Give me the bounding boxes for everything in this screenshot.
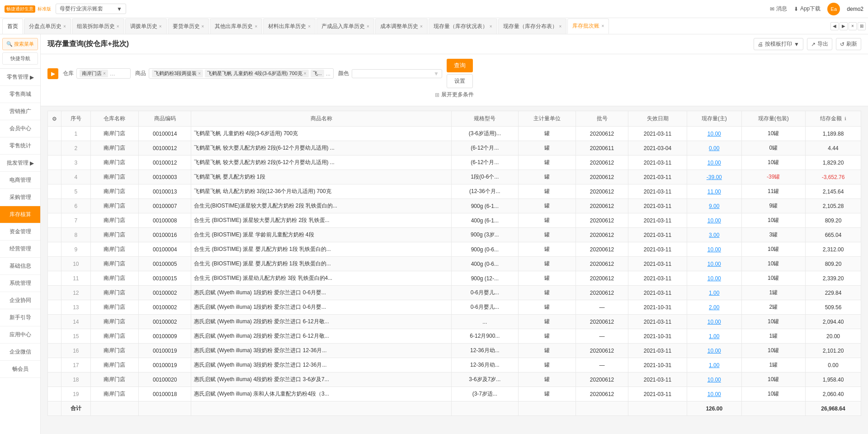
table-cell: (6-12个月... <box>452 156 518 170</box>
tab-scroll-right[interactable]: ▶ <box>840 22 848 30</box>
tab-chan-cheng[interactable]: 产成品入库单历史 × <box>316 19 374 34</box>
table-cell[interactable]: -39.00 <box>687 170 741 184</box>
table-cell[interactable]: 10.00 <box>687 213 741 228</box>
product-label: 商品 <box>135 70 146 77</box>
tab-xian-cun-fenbu[interactable]: 现存量（库存分布表） × <box>498 19 567 34</box>
table-cell[interactable]: 1.00 <box>687 358 741 373</box>
table-cell[interactable]: 10.00 <box>687 127 741 141</box>
tab-close-tiao-bo[interactable]: × <box>159 24 162 29</box>
filter-expand-arrow[interactable]: ▶ <box>47 68 58 79</box>
tab-qi-ta[interactable]: 其他出库单历史 × <box>210 19 262 34</box>
avatar[interactable]: Ea <box>827 3 840 15</box>
tab-scroll-left[interactable]: ◀ <box>830 22 839 30</box>
sidebar-item-system[interactable]: 系统管理 <box>0 275 40 292</box>
export-button[interactable]: ↗ 导出 <box>807 38 832 50</box>
tab-expand[interactable]: ⊞ <box>858 22 866 30</box>
warehouse-tag: 南岸门店 × <box>80 70 108 77</box>
sidebar-item-app-center[interactable]: 应用中心 <box>0 326 40 344</box>
table-cell[interactable]: 11.00 <box>687 184 741 199</box>
tab-home[interactable]: 首页 <box>2 19 23 34</box>
tab-close-chan-cheng[interactable]: × <box>367 24 369 29</box>
table-cell: 10罐 <box>741 242 806 257</box>
tab-tiao-bo[interactable]: 调拨单历史 × <box>125 19 167 34</box>
product-tag-1-close[interactable]: × <box>198 71 201 76</box>
refresh-button[interactable]: ↺ 刷新 <box>836 38 861 50</box>
sidebar-item-enterprise[interactable]: 企业协同 <box>0 292 40 309</box>
sidebar-item-zero-mall[interactable]: 零售商城 <box>0 86 40 103</box>
table-cell: 2,105.28 <box>806 199 861 213</box>
sidebar-item-basic[interactable]: 基础信息 <box>0 258 40 275</box>
tab-zu-chai[interactable]: 组装拆卸单历史 × <box>72 19 124 34</box>
sidebar-item-inventory[interactable]: 库存核算 <box>0 206 40 223</box>
table-cell: (12-36个月... <box>452 184 518 199</box>
table-cell: 2,060.40 <box>806 387 861 401</box>
table-cell[interactable]: 10.00 <box>687 387 741 401</box>
tab-yao-huo[interactable]: 要货单历史 × <box>168 19 209 34</box>
filter-expand-row[interactable]: ⊞ 展开更多条件 <box>47 88 861 101</box>
table-cell[interactable]: 10.00 <box>687 156 741 170</box>
tab-close-zu-chai[interactable]: × <box>117 24 119 29</box>
tab-close-all[interactable]: × <box>849 22 857 30</box>
table-cell: 11罐 <box>741 184 806 199</box>
table-cell[interactable]: 10.00 <box>687 315 741 329</box>
search-menu-button[interactable]: 🔍 搜索菜单 <box>2 38 38 50</box>
settings-button[interactable]: 设置 <box>447 74 473 88</box>
industry-select[interactable]: 母婴行业演示账套 ▼ <box>56 4 126 14</box>
sidebar-item-operations[interactable]: 经营管理 <box>0 241 40 258</box>
tab-cai-liao[interactable]: 材料出库单历史 × <box>263 19 316 34</box>
tab-close-xian-cun-kuzhuang[interactable]: × <box>490 24 492 29</box>
table-row: 14南岸门店00100002惠氏启赋 (Wyeth illuma) 2段奶粉 爱… <box>48 315 861 329</box>
app-download-button[interactable]: ⬇ App下载 <box>794 5 821 13</box>
print-button[interactable]: 🖨 按模板打印 ▼ <box>754 38 803 50</box>
tab-close-cai-liao[interactable]: × <box>308 24 311 29</box>
sidebar-item-purchase[interactable]: 采购管理 <box>0 189 40 206</box>
table-cell: 900g (0-6... <box>452 242 518 257</box>
table-cell[interactable]: 1.00 <box>687 286 741 300</box>
table-cell[interactable]: 10.00 <box>687 242 741 257</box>
color-input[interactable]: ▼ <box>352 69 442 78</box>
table-cell[interactable]: 3.00 <box>687 228 741 242</box>
tab-close-ku-cun-pici[interactable]: × <box>601 24 604 28</box>
table-cell[interactable]: 2.00 <box>687 300 741 315</box>
sidebar-item-wholesale[interactable]: 批发管理 ▶ <box>0 155 40 172</box>
col-settings[interactable]: ⚙ <box>48 111 61 127</box>
tab-fen-pan[interactable]: 分盘点单历史 × <box>24 19 71 34</box>
product-input[interactable]: 飞鹤奶粉3段两提装 × 飞鹤星飞帆 儿童奶粉 4段(3-6岁适用) 700克 ×… <box>149 68 334 79</box>
sidebar: 🔍 搜索菜单 快捷导航 零售管理 ▶ 零售商城 营销推广 会员中心 零售统计 批… <box>0 34 41 434</box>
tab-close-xian-cun-fenbu[interactable]: × <box>559 24 562 29</box>
tab-close-cheng-ben[interactable]: × <box>420 24 423 29</box>
sidebar-item-member-card[interactable]: 畅会员 <box>0 361 40 378</box>
table-cell[interactable]: 10.00 <box>687 344 741 358</box>
tab-close-fen-pan[interactable]: × <box>63 24 66 29</box>
table-cell[interactable]: 10.00 <box>687 257 741 271</box>
sidebar-item-ecommerce[interactable]: 电商管理 <box>0 172 40 189</box>
tab-close-yao-huo[interactable]: × <box>202 24 204 29</box>
sidebar-item-zero-stats[interactable]: 零售统计 <box>0 137 40 155</box>
sidebar-item-guide[interactable]: 新手引导 <box>0 309 40 326</box>
table-cell[interactable]: 9.00 <box>687 199 741 213</box>
sidebar-item-finance[interactable]: 资金管理 <box>0 223 40 241</box>
table-cell[interactable]: 10.00 <box>687 373 741 387</box>
warehouse-input[interactable]: 南岸门店 × … <box>76 68 131 79</box>
sidebar-item-member[interactable]: 会员中心 <box>0 120 40 137</box>
table-cell: 900g (12-... <box>452 271 518 286</box>
tab-cheng-ben[interactable]: 成本调整单历史 × <box>375 19 428 34</box>
table-cell: 罐 <box>518 156 576 170</box>
table-cell: 2021-03-11 <box>628 242 687 257</box>
warehouse-tag-close[interactable]: × <box>103 71 106 76</box>
sidebar-item-marketing[interactable]: 营销推广 <box>0 103 40 120</box>
tab-ku-cun-pici[interactable]: 库存批次账 × <box>567 19 609 34</box>
table-cell <box>48 358 61 373</box>
sidebar-item-enterprise-wechat[interactable]: 企业微信 <box>0 344 40 361</box>
sidebar-item-zero-retail[interactable]: 零售管理 ▶ <box>0 69 40 86</box>
messages-button[interactable]: ✉ 消息 <box>770 5 787 13</box>
product-tag-2-close[interactable]: × <box>304 71 307 76</box>
table-cell[interactable]: 1.00 <box>687 329 741 344</box>
tab-xian-cun-kuzhuang[interactable]: 现存量（库存状况表） × <box>429 19 497 34</box>
table-cell[interactable]: 0.00 <box>687 141 741 156</box>
quick-nav-button[interactable]: 快捷导航 <box>2 52 38 65</box>
col-batch: 批号 <box>576 111 628 127</box>
table-cell[interactable]: 10.00 <box>687 271 741 286</box>
tab-close-qi-ta[interactable]: × <box>255 24 257 29</box>
query-button[interactable]: 查询 <box>447 59 473 72</box>
